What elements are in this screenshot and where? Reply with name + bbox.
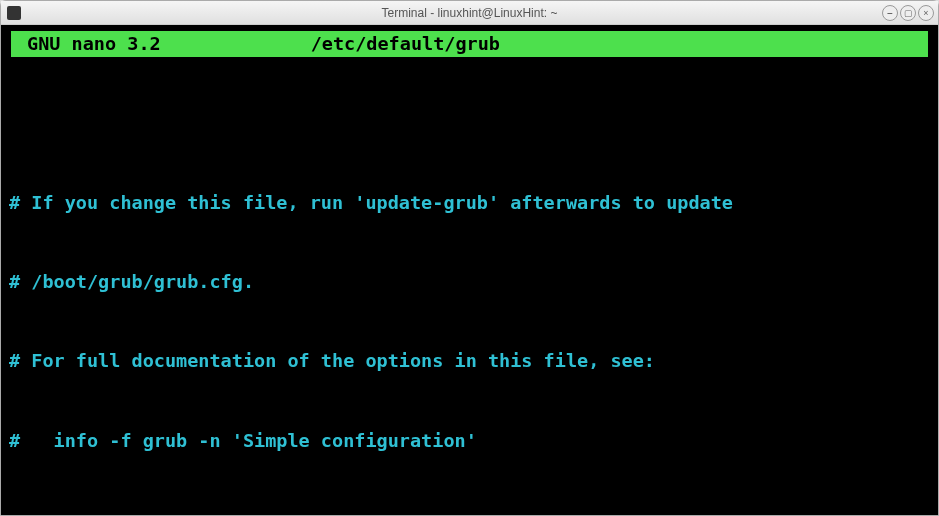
- file-line: # info -f grub -n 'Simple configuration': [9, 428, 930, 454]
- titlebar: Terminal - linuxhint@LinuxHint: ~ ‒ ▢ ×: [1, 1, 938, 25]
- window-title: Terminal - linuxhint@LinuxHint: ~: [382, 6, 558, 20]
- maximize-button[interactable]: ▢: [900, 5, 916, 21]
- file-line: # If you change this file, run 'update-g…: [9, 190, 930, 216]
- minimize-button[interactable]: ‒: [882, 5, 898, 21]
- close-button[interactable]: ×: [918, 5, 934, 21]
- file-line: # /boot/grub/grub.cfg.: [9, 269, 930, 295]
- window-controls: ‒ ▢ ×: [882, 5, 934, 21]
- nano-header: GNU nano 3.2 /etc/default/grub: [11, 31, 928, 57]
- editor-content[interactable]: # If you change this file, run 'update-g…: [7, 57, 932, 515]
- nano-file-path: /etc/default/grub: [161, 31, 928, 57]
- terminal-content[interactable]: GNU nano 3.2 /etc/default/grub # If you …: [1, 25, 938, 515]
- terminal-icon: [7, 6, 21, 20]
- file-line: # For full documentation of the options …: [9, 348, 930, 374]
- terminal-window: Terminal - linuxhint@LinuxHint: ~ ‒ ▢ × …: [0, 0, 939, 516]
- nano-app-name: GNU nano 3.2: [11, 31, 161, 57]
